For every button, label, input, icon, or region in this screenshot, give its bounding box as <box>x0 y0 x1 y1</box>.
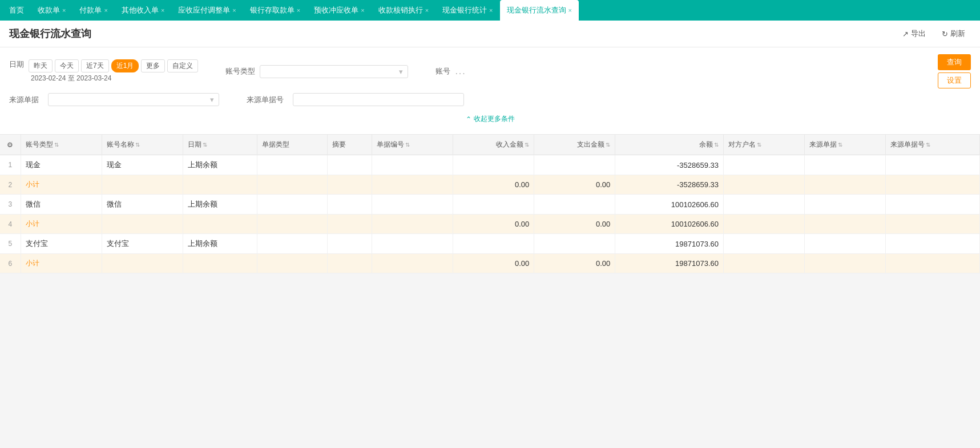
cell-source-doc-num <box>886 254 980 273</box>
cell-expense: 0.00 <box>534 175 615 195</box>
nav-close-other-income[interactable]: × <box>161 7 164 14</box>
nav-close-cash-bank-stat[interactable]: × <box>489 7 493 14</box>
col-source-doc-num[interactable]: 来源单据号⇅ <box>886 135 980 155</box>
nav-label-receipt: 收款单 <box>38 5 60 15</box>
nav-close-receipt[interactable]: × <box>62 7 66 14</box>
cell-source-doc <box>805 254 886 273</box>
settings-button[interactable]: 设置 <box>938 72 971 88</box>
date-btn-1month[interactable]: 近1月 <box>111 59 139 72</box>
nav-item-other-income[interactable]: 其他收入单 × <box>115 0 171 21</box>
cell-expense: 0.00 <box>534 215 615 234</box>
cell-doc-type <box>257 215 328 234</box>
cell-doc-type <box>257 155 328 175</box>
collapse-bar[interactable]: ⌃ 收起更多条件 <box>9 111 971 127</box>
account-dots[interactable]: ... <box>455 66 466 76</box>
cell-income <box>453 195 534 215</box>
filter-row-1: 日期 昨天 今天 近7天 近1月 更多 自定义 2023-02-24 至 202… <box>9 54 971 88</box>
col-gear[interactable]: ⚙ <box>0 135 21 155</box>
nav-item-payment[interactable]: 付款单 × <box>72 0 114 21</box>
source-doc-num-input[interactable] <box>293 93 464 106</box>
cell-source-doc <box>805 175 886 195</box>
cell-income: 0.00 <box>453 215 534 234</box>
collapse-label: 收起更多条件 <box>474 114 515 124</box>
cell-source-doc <box>805 234 886 254</box>
cell-source-doc <box>805 195 886 215</box>
account-label: 账号 <box>435 66 450 76</box>
nav-item-ar-ap-adjust[interactable]: 应收应付调整单 × <box>171 0 243 21</box>
refresh-button[interactable]: ↻ 刷新 <box>936 26 971 41</box>
table-row: 2 小计 0.00 0.00 -3528659.33 <box>0 175 980 195</box>
date-btn-custom[interactable]: 自定义 <box>167 59 198 72</box>
table-row: 3 微信 微信 上期余额 100102606.60 <box>0 195 980 215</box>
cell-doc-num <box>372 195 453 215</box>
col-source-doc[interactable]: 来源单据⇅ <box>805 135 886 155</box>
top-nav: 首页 收款单 × 付款单 × 其他收入单 × 应收应付调整单 × 银行存取款单 … <box>0 0 980 21</box>
nav-close-ar-ap-adjust[interactable]: × <box>232 7 236 14</box>
sort-icon-counterparty: ⇅ <box>757 142 761 148</box>
nav-label-home: 首页 <box>9 5 24 15</box>
data-table: ⚙ 账号类型⇅ 账号名称⇅ 日期⇅ 单据类型 摘要 单据编号⇅ 收入金额⇅ <box>0 135 980 273</box>
nav-item-prepay-offset[interactable]: 预收冲应收单 × <box>307 0 371 21</box>
export-icon: ↗ <box>902 30 909 38</box>
cell-account-type: 现金 <box>21 155 102 175</box>
nav-item-bank-deposit[interactable]: 银行存取款单 × <box>243 0 307 21</box>
date-btn-yesterday[interactable]: 昨天 <box>29 59 53 72</box>
cell-date <box>183 175 257 195</box>
nav-close-payment[interactable]: × <box>104 7 107 14</box>
cell-source-doc-num <box>886 234 980 254</box>
source-doc-label: 来源单据 <box>9 95 39 105</box>
col-counterparty[interactable]: 对方户名⇅ <box>724 135 805 155</box>
nav-label-payment: 付款单 <box>79 5 102 15</box>
cell-income: 0.00 <box>453 175 534 195</box>
date-btn-more[interactable]: 更多 <box>141 59 165 72</box>
cell-account-name <box>102 254 183 273</box>
nav-label-cash-bank-flow: 现金银行流水查询 <box>507 5 566 15</box>
query-button[interactable]: 查询 <box>938 54 971 70</box>
cell-summary <box>328 215 372 234</box>
cell-account-type: 支付宝 <box>21 234 102 254</box>
nav-item-receipt[interactable]: 收款单 × <box>31 0 72 21</box>
col-expense[interactable]: 支出金额⇅ <box>534 135 615 155</box>
col-income[interactable]: 收入金额⇅ <box>453 135 534 155</box>
nav-item-verify-exec[interactable]: 收款核销执行 × <box>372 0 435 21</box>
nav-close-prepay-offset[interactable]: × <box>361 7 364 14</box>
nav-item-cash-bank-flow[interactable]: 现金银行流水查询 × <box>500 0 579 21</box>
account-type-select[interactable]: ▾ <box>260 65 408 78</box>
sort-icon-account-type: ⇅ <box>54 142 59 148</box>
cell-income: 0.00 <box>453 254 534 273</box>
col-summary: 摘要 <box>328 135 372 155</box>
cell-balance: 100102606.60 <box>615 195 724 215</box>
export-button[interactable]: ↗ 导出 <box>897 26 931 41</box>
cell-source-doc-num <box>886 215 980 234</box>
cell-doc-num <box>372 215 453 234</box>
cell-account-name: 现金 <box>102 155 183 175</box>
nav-close-cash-bank-flow[interactable]: × <box>568 7 572 14</box>
source-doc-select[interactable]: ▾ <box>48 93 219 106</box>
nav-item-cash-bank-stat[interactable]: 现金银行统计 × <box>435 0 499 21</box>
cell-summary <box>328 195 372 215</box>
export-label: 导出 <box>911 29 926 39</box>
cell-income <box>453 234 534 254</box>
header-actions: ↗ 导出 ↻ 刷新 <box>897 26 971 41</box>
col-account-name[interactable]: 账号名称⇅ <box>102 135 183 155</box>
cell-source-doc <box>805 155 886 175</box>
cell-balance: -3528659.33 <box>615 175 724 195</box>
date-btn-today[interactable]: 今天 <box>55 59 79 72</box>
cell-expense <box>534 195 615 215</box>
filter-row-2: 来源单据 ▾ 来源单据号 <box>9 93 971 106</box>
nav-close-verify-exec[interactable]: × <box>425 7 429 14</box>
cell-date <box>183 215 257 234</box>
cell-counterparty <box>724 254 805 273</box>
nav-item-home[interactable]: 首页 <box>2 0 31 21</box>
table-container: ⚙ 账号类型⇅ 账号名称⇅ 日期⇅ 单据类型 摘要 单据编号⇅ 收入金额⇅ <box>0 135 980 273</box>
date-btn-7days[interactable]: 近7天 <box>81 59 109 72</box>
cell-seq: 3 <box>0 195 21 215</box>
cell-balance: 19871073.60 <box>615 234 724 254</box>
nav-close-bank-deposit[interactable]: × <box>297 7 300 14</box>
cell-doc-type <box>257 175 328 195</box>
cell-account-name: 微信 <box>102 195 183 215</box>
col-account-type[interactable]: 账号类型⇅ <box>21 135 102 155</box>
col-doc-num[interactable]: 单据编号⇅ <box>372 135 453 155</box>
col-date[interactable]: 日期⇅ <box>183 135 257 155</box>
col-balance[interactable]: 余额⇅ <box>615 135 724 155</box>
